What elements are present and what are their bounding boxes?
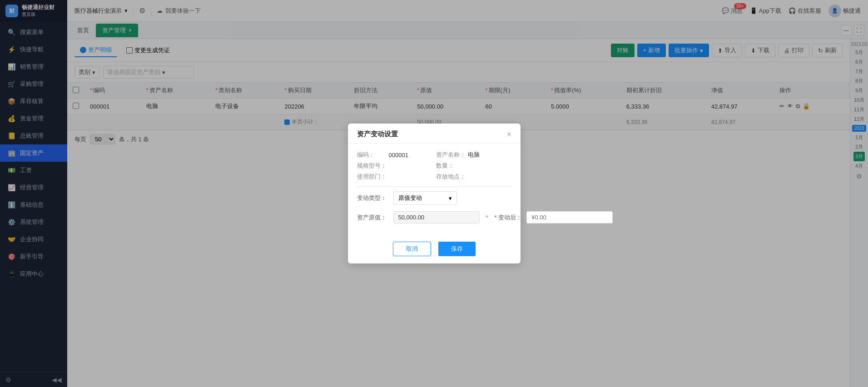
- modal-close-button[interactable]: ×: [507, 130, 511, 139]
- original-value-label: 资产原值：: [357, 213, 389, 222]
- change-type-dropdown-icon: ▾: [449, 195, 452, 202]
- asset-name-value: 电脑: [468, 151, 480, 159]
- quantity-label: 数量：: [436, 162, 468, 170]
- modal-location-field: 存放地点：: [436, 173, 511, 181]
- asset-change-modal: 资产变动设置 × 编码： 000001 资产名称： 电脑 规格型号： 数量：: [348, 124, 521, 263]
- spec-label: 规格型号：: [357, 162, 389, 170]
- department-label: 使用部门：: [357, 173, 389, 181]
- modal-footer: 取消 保存: [348, 237, 521, 263]
- save-button[interactable]: 保存: [438, 242, 476, 256]
- modal-body: 编码： 000001 资产名称： 电脑 规格型号： 数量： 使用部门：: [348, 144, 521, 237]
- location-label: 存放地点：: [436, 173, 468, 181]
- change-type-label: 变动类型：: [357, 194, 389, 202]
- after-change-label: * 变动后：: [495, 213, 522, 222]
- asset-name-label: 资产名称：: [436, 151, 468, 159]
- modal-info-grid: 编码： 000001 资产名称： 电脑 规格型号： 数量： 使用部门：: [357, 151, 511, 181]
- modal-overlay: 资产变动设置 × 编码： 000001 资产名称： 电脑 规格型号： 数量：: [0, 0, 868, 387]
- modal-divider: [357, 186, 511, 187]
- modal-quantity-field: 数量：: [436, 162, 511, 170]
- after-change-input[interactable]: [526, 211, 613, 223]
- code-label: 编码：: [357, 151, 389, 159]
- modal-change-type-field: 变动类型： 原值变动 ▾: [357, 191, 511, 205]
- modal-original-value-field: 资产原值： * * 变动后：: [357, 211, 511, 223]
- modal-spec-field: 规格型号：: [357, 162, 432, 170]
- modal-header: 资产变动设置 ×: [348, 124, 521, 144]
- original-value-input[interactable]: [393, 211, 480, 223]
- modal-department-field: 使用部门：: [357, 173, 432, 181]
- code-value: 000001: [389, 152, 408, 159]
- modal-asset-name-field: 资产名称： 电脑: [436, 151, 511, 159]
- required-star: *: [486, 214, 488, 221]
- change-type-value: 原值变动: [398, 194, 422, 202]
- change-type-select[interactable]: 原值变动 ▾: [393, 191, 457, 205]
- modal-code-field: 编码： 000001: [357, 151, 432, 159]
- modal-title: 资产变动设置: [357, 130, 398, 139]
- cancel-button[interactable]: 取消: [393, 242, 431, 256]
